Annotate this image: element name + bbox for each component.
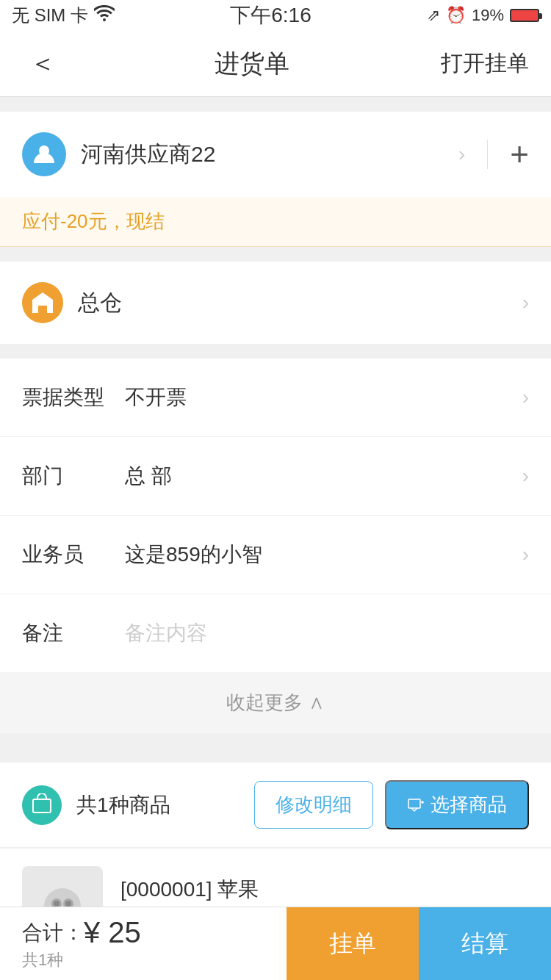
- remark-row[interactable]: 备注 备注内容: [0, 594, 551, 672]
- section-gap-1: [0, 97, 551, 112]
- status-bar: 无 SIM 卡 下午6:16 ⇗ ⏰ 19%: [0, 0, 551, 31]
- location-icon: ⇗: [427, 6, 440, 25]
- remark-value[interactable]: 备注内容: [110, 619, 529, 647]
- form-section: 票据类型 不开票 › 部门 总 部 › 业务员 这是859的小智 › 备注 备注…: [0, 359, 551, 672]
- supplier-chevron-icon: ›: [458, 143, 465, 166]
- salesman-row[interactable]: 业务员 这是859的小智 ›: [0, 516, 551, 594]
- battery-percent: 19%: [472, 6, 504, 25]
- settle-button[interactable]: 结算: [419, 907, 551, 981]
- edit-detail-button[interactable]: 修改明细: [254, 781, 373, 829]
- product-title-value: 苹果: [217, 878, 259, 901]
- product-name: [0000001] 苹果: [120, 876, 494, 904]
- svg-point-8: [54, 901, 60, 907]
- department-chevron-icon: ›: [522, 464, 529, 488]
- product-icon: [22, 785, 62, 825]
- department-value: 总 部: [110, 462, 522, 490]
- section-gap-4: [0, 733, 551, 748]
- add-supplier-button[interactable]: +: [510, 138, 529, 170]
- supplier-name: 河南供应商22: [81, 140, 458, 170]
- section-gap-2: [0, 247, 551, 262]
- bottom-bar: 合计： ¥ 25 共1种 挂单 结算: [0, 907, 551, 980]
- salesman-value: 这是859的小智: [110, 541, 522, 569]
- battery-icon: [510, 9, 539, 22]
- status-right: ⇗ ⏰ 19%: [427, 6, 539, 25]
- svg-rect-1: [33, 799, 51, 813]
- total-section: 合计： ¥ 25 共1种: [0, 916, 287, 971]
- svg-point-9: [65, 901, 71, 907]
- supplier-avatar: [22, 132, 66, 176]
- info-banner: 应付-20元，现结: [0, 197, 551, 247]
- ticket-type-value: 不开票: [110, 383, 522, 411]
- carrier-text: 无 SIM 卡: [12, 4, 88, 27]
- product-code: [0000001]: [120, 878, 212, 901]
- select-product-icon: [407, 796, 425, 814]
- salesman-label: 业务员: [22, 541, 110, 569]
- salesman-chevron-icon: ›: [522, 543, 529, 566]
- status-left: 无 SIM 卡: [12, 4, 115, 27]
- product-count: 共1种商品: [76, 791, 254, 819]
- status-time: 下午6:16: [230, 1, 311, 29]
- svg-rect-2: [408, 799, 420, 808]
- remark-label: 备注: [22, 619, 110, 647]
- page-title: 进货单: [215, 47, 289, 81]
- product-header: 共1种商品 修改明细 选择商品: [0, 763, 551, 847]
- warehouse-name: 总仓: [78, 288, 522, 318]
- select-product-button[interactable]: 选择商品: [385, 780, 529, 829]
- total-count: 共1种: [22, 949, 264, 971]
- ticket-type-chevron-icon: ›: [522, 386, 529, 409]
- supplier-divider: [487, 140, 488, 169]
- total-amount: ¥ 25: [84, 916, 141, 949]
- warehouse-chevron-icon: ›: [522, 291, 529, 314]
- ticket-type-label: 票据类型: [22, 383, 110, 411]
- ticket-type-row[interactable]: 票据类型 不开票 ›: [0, 359, 551, 437]
- select-product-label: 选择商品: [431, 792, 507, 818]
- total-row: 合计： ¥ 25: [22, 916, 264, 949]
- department-label: 部门: [22, 462, 110, 490]
- open-hold-button[interactable]: 打开挂单: [441, 48, 529, 79]
- collapse-button[interactable]: 收起更多 ∧: [0, 672, 551, 733]
- warehouse-section[interactable]: 总仓 ›: [0, 262, 551, 344]
- warehouse-icon: [22, 282, 63, 323]
- alarm-icon: ⏰: [446, 6, 466, 25]
- nav-bar: ＜ 进货单 打开挂单: [0, 31, 551, 97]
- back-button[interactable]: ＜: [22, 38, 63, 89]
- total-label: 合计：: [22, 919, 84, 947]
- supplier-section[interactable]: 河南供应商22 › +: [0, 112, 551, 197]
- wifi-icon: [94, 5, 115, 26]
- section-gap-3: [0, 344, 551, 359]
- hold-button[interactable]: 挂单: [287, 907, 419, 981]
- department-row[interactable]: 部门 总 部 ›: [0, 437, 551, 516]
